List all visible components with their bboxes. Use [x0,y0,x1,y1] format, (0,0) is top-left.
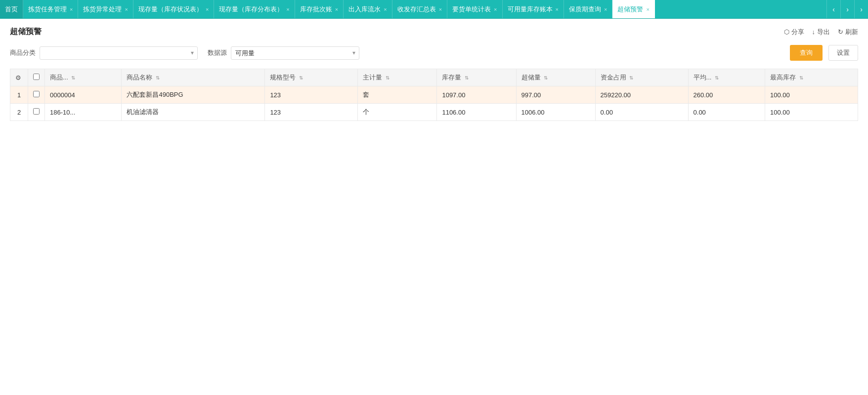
sort-icon: ⇅ [386,75,390,80]
sort-icon: ⇅ [71,75,75,80]
row-max-stock: 100.00 [765,86,858,104]
category-select[interactable] [40,46,198,60]
sort-icon: ⇅ [465,75,469,80]
filter-buttons: 查询 设置 [790,45,858,61]
row-checkbox[interactable] [33,108,40,115]
category-filter: 商品分类 [10,46,198,60]
row-overstock: 1006.00 [516,104,595,121]
column-header-capital[interactable]: 资金占用 ⇅ [595,69,688,86]
row-settings-cell: 2 [10,104,28,121]
close-icon[interactable]: × [646,6,649,12]
close-icon[interactable]: × [604,6,607,12]
column-header-product-code[interactable]: 商品... ⇅ [45,69,122,86]
nav-tab-available[interactable]: 可用量库存账本 × [503,0,564,19]
page-title: 超储预警 [10,27,42,37]
row-unit: 套 [358,86,437,104]
close-icon[interactable]: × [286,6,289,12]
row-checkbox-cell[interactable] [28,86,45,104]
table-row: 1 0000004 六配套新昌490BPG 123 套 1097.00 997.… [10,86,858,104]
close-icon[interactable]: × [556,6,559,12]
column-header-settings[interactable]: ⚙ [10,69,28,86]
row-product-name: 机油滤清器 [122,104,265,121]
export-button[interactable]: ↓ 导出 [812,28,830,37]
row-checkbox[interactable] [33,91,40,97]
export-icon: ↓ [812,28,816,36]
page-header: 超储预警 ⬡ 分享 ↓ 导出 ↻ 刷新 [10,27,858,37]
datasource-select-wrap: 可用量 库存量 [231,46,359,60]
filter-bar: 商品分类 数据源 可用量 库存量 查询 设置 [10,45,858,61]
close-icon[interactable]: × [335,6,338,12]
nav-left-arrow[interactable]: ‹ [826,0,840,19]
row-avg: 260.00 [688,86,765,104]
table-row: 2 186-10... 机油滤清器 123 个 1106.00 1006.00 … [10,104,858,121]
category-label: 商品分类 [10,48,36,57]
page-content: 超储预警 ⬡ 分享 ↓ 导出 ↻ 刷新 商品分类 [0,19,868,395]
row-avg: 0.00 [688,104,765,121]
row-capital: 0.00 [595,104,688,121]
close-icon[interactable]: × [70,6,73,12]
column-header-avg[interactable]: 平均... ⇅ [688,69,765,86]
row-product-code: 186-10... [45,104,122,121]
category-select-wrap [40,46,198,60]
row-settings-cell: 1 [10,86,28,104]
refresh-icon: ↻ [838,28,843,36]
row-max-stock: 100.00 [765,104,858,121]
refresh-button[interactable]: ↻ 刷新 [838,28,858,37]
data-table: ⚙ 商品... ⇅ 商品名称 ⇅ 规格型号 ⇅ 主计量 [10,69,858,121]
datasource-label: 数据源 [208,48,227,57]
column-header-spec[interactable]: 规格型号 ⇅ [265,69,358,86]
sort-icon: ⇅ [299,75,303,80]
row-stock: 1097.00 [437,86,516,104]
close-icon[interactable]: × [439,6,442,12]
nav-tab-stock-dist[interactable]: 现存量（库存分布表） × [214,0,295,19]
select-all-checkbox[interactable] [33,74,40,80]
sort-icon: ⇅ [544,75,548,80]
row-spec: 123 [265,104,358,121]
row-overstock: 997.00 [516,86,595,104]
close-icon[interactable]: × [125,6,128,12]
settings-button[interactable]: 设置 [828,45,858,61]
row-unit: 个 [358,104,437,121]
column-header-product-name[interactable]: 商品名称 ⇅ [122,69,265,86]
nav-tab-flow[interactable]: 出入库流水 × [344,0,392,19]
row-capital: 259220.00 [595,86,688,104]
nav-tab-task[interactable]: 拣货任务管理 × [23,0,78,19]
sort-icon: ⇅ [156,75,160,80]
close-icon[interactable]: × [384,6,387,12]
column-header-unit[interactable]: 主计量 ⇅ [358,69,437,86]
sort-icon: ⇅ [799,75,803,80]
row-product-name: 六配套新昌490BPG [122,86,265,104]
row-checkbox-cell[interactable] [28,104,45,121]
nav-right-arrow[interactable]: › [840,0,854,19]
nav-tab-summary[interactable]: 收发存汇总表 × [392,0,447,19]
row-product-code: 0000004 [45,86,122,104]
nav-tab-abnormal[interactable]: 拣货异常处理 × [78,0,133,19]
top-nav: 首页 拣货任务管理 × 拣货异常处理 × 现存量（库存状况表） × 现存量（库存… [0,0,868,19]
nav-arrows: ‹ › › [826,0,868,19]
nav-tab-batch[interactable]: 库存批次账 × [295,0,344,19]
share-button[interactable]: ⬡ 分享 [784,28,804,37]
datasource-select[interactable]: 可用量 库存量 [231,46,359,60]
sort-icon: ⇅ [715,75,719,80]
share-icon: ⬡ [784,28,789,36]
table-header-row: ⚙ 商品... ⇅ 商品名称 ⇅ 规格型号 ⇅ 主计量 [10,69,858,86]
nav-tab-requisition[interactable]: 要货单统计表 × [447,0,502,19]
nav-tab-overstock[interactable]: 超储预警 × [612,0,654,19]
sort-icon: ⇅ [629,75,633,80]
row-spec: 123 [265,86,358,104]
nav-tab-expiry[interactable]: 保质期查询 × [564,0,612,19]
nav-expand-arrow[interactable]: › [854,0,868,19]
close-icon[interactable]: × [206,6,209,12]
column-header-overstock[interactable]: 超储量 ⇅ [516,69,595,86]
column-header-stock[interactable]: 库存量 ⇅ [437,69,516,86]
close-icon[interactable]: × [494,6,497,12]
datasource-filter: 数据源 可用量 库存量 [208,46,359,60]
gear-icon: ⚙ [15,74,21,81]
nav-tab-stock-status[interactable]: 现存量（库存状况表） × [133,0,214,19]
nav-tab-home[interactable]: 首页 [0,0,23,19]
header-actions: ⬡ 分享 ↓ 导出 ↻ 刷新 [784,28,859,37]
row-stock: 1106.00 [437,104,516,121]
column-header-checkbox[interactable] [28,69,45,86]
column-header-max-stock[interactable]: 最高库存 ⇅ [765,69,858,86]
query-button[interactable]: 查询 [790,45,823,61]
